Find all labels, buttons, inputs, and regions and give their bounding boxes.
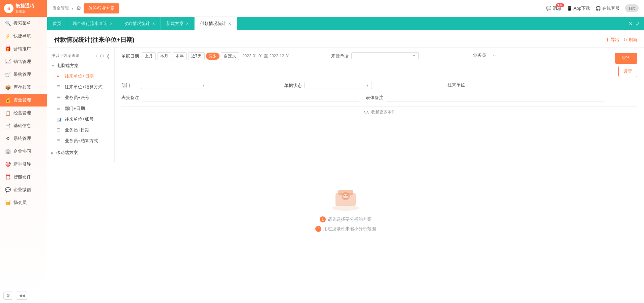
staff-more-btn[interactable]: ··· xyxy=(493,52,498,58)
app-download-btn[interactable]: 📱 App下载 xyxy=(567,5,590,11)
filter-section: 按以下方案查询 + ⚙ ❮ ▼ 电脑端方案 xyxy=(47,48,644,162)
sidebar-item-inventory[interactable]: 📦 库存核算 xyxy=(0,81,47,94)
date-field: 单据日期 上月 本月 本年 近7天 更多 自定义 2022-01-01 至 20… xyxy=(121,52,324,60)
trial-btn[interactable]: 体验行业方案 xyxy=(84,3,119,13)
topbar: 资金管理 ▾ ⚙ 体验行业方案 💬 消息 99+ 📱 App下载 🎧 在线客服 … xyxy=(47,0,644,17)
sidebar-item-hardware[interactable]: ⏰ 智能硬件 xyxy=(0,171,47,183)
main-content: 资金管理 ▾ ⚙ 体验行业方案 💬 消息 99+ 📱 App下载 🎧 在线客服 … xyxy=(47,0,644,303)
sidebar-item-basic[interactable]: 📑 基础信息 xyxy=(0,119,47,132)
date-this-month-btn[interactable]: 本月 xyxy=(157,52,171,60)
sidebar-item-weixin[interactable]: 💬 企业微信 xyxy=(0,183,47,196)
inventory-icon: 📦 xyxy=(5,85,11,90)
tab-cashflow-close[interactable]: ✕ xyxy=(110,22,113,26)
app-name: 畅捷通巧 xyxy=(16,3,34,9)
doc-status-select[interactable]: ▼ xyxy=(304,82,372,89)
sidebar-item-sales[interactable]: 📈 销售管理 xyxy=(0,55,47,68)
tab-cashflow[interactable]: 现金银行流水查询 ✕ xyxy=(67,17,118,30)
sidebar-item-finance[interactable]: 💰 资金管理 xyxy=(0,94,47,107)
empty-illustration xyxy=(329,183,362,213)
headset-icon: 🎧 xyxy=(595,6,601,11)
collapse-more-btn[interactable]: ∧∧ 收起更多条件 xyxy=(121,106,637,118)
export-btn[interactable]: ⬆ 导出 xyxy=(606,37,619,43)
sidebar-collapse-btn[interactable]: ◀◀ xyxy=(16,292,28,300)
staff-field: 业务员 ··· xyxy=(473,52,608,58)
messages-btn[interactable]: 💬 消息 99+ xyxy=(546,5,561,11)
tab-expand-icon[interactable]: ⤢ xyxy=(636,21,640,27)
doc-status-label: 单据状态 xyxy=(284,83,302,89)
sidebar-item-corp[interactable]: 🏢 企业协同 xyxy=(0,145,47,158)
refresh-btn[interactable]: ↻ 刷新 xyxy=(623,37,637,43)
date-label: 单据日期 xyxy=(121,53,139,59)
topbar-gear-icon[interactable]: ⚙ xyxy=(76,5,81,11)
body-remark-input[interactable] xyxy=(386,94,604,101)
sidebar-item-system[interactable]: ⚙ 系统管理 xyxy=(0,132,47,145)
export-icon: ⬆ xyxy=(606,37,609,42)
tab-new-close[interactable]: ✕ xyxy=(186,22,189,26)
scheme-settings-btn[interactable]: ⚙ xyxy=(100,53,104,59)
pc-group-arrow: ▼ xyxy=(51,64,55,68)
sidebar-item-operation[interactable]: 📋 经营管理 xyxy=(0,107,47,119)
contact-more-btn[interactable]: ··· xyxy=(468,82,473,88)
tab-payment-close[interactable]: ✕ xyxy=(228,22,231,26)
mobile-group-label: 移动端方案 xyxy=(56,150,78,156)
scheme-panel: 按以下方案查询 + ⚙ ❮ ▼ 电脑端方案 xyxy=(47,48,115,162)
online-service-btn[interactable]: 🎧 在线客服 xyxy=(595,5,620,11)
header-remark-input[interactable] xyxy=(142,94,359,101)
tab-receipt-close[interactable]: ✕ xyxy=(152,22,155,26)
empty-hint-1: 1 请先选择要分析的方案 xyxy=(320,216,372,222)
sidebar-item-nav[interactable]: ⚡ 快捷导航 xyxy=(0,30,47,42)
sidebar-item-marketing[interactable]: 🎁 营销推广 xyxy=(0,42,47,55)
tab-receipt[interactable]: 收款情况统计 ✕ xyxy=(118,17,161,30)
sidebar-item-search[interactable]: 🔍 搜索菜单 xyxy=(0,17,47,30)
basic-icon: 📑 xyxy=(5,123,11,128)
scheme-collapse-btn[interactable]: ❮ xyxy=(106,53,110,59)
date-this-year-btn[interactable]: 本年 xyxy=(173,52,187,60)
query-btn[interactable]: 查询 xyxy=(615,53,637,64)
tab-home[interactable]: 首页 xyxy=(47,17,67,30)
tab-payment[interactable]: 付款情况统计 ✕ xyxy=(195,17,237,30)
scheme-group-pc-header[interactable]: ▼ 电脑端方案 xyxy=(47,61,114,71)
page-header-actions: ⬆ 导出 ↻ 刷新 xyxy=(606,37,637,43)
header-remark-label: 表头备注 xyxy=(121,95,139,101)
filter-settings-btn[interactable]: 设置 xyxy=(618,66,637,77)
sidebar-item-guide[interactable]: 🎯 新手引导 xyxy=(0,158,47,171)
tab-close-all-icon[interactable]: ✕ xyxy=(628,21,633,27)
date-custom-btn[interactable]: 自定义 xyxy=(221,52,239,60)
sidebar-settings-btn[interactable]: ⚙ xyxy=(3,292,13,300)
contact-field: 往来单位 ··· xyxy=(447,82,604,88)
header-remark-field: 表头备注 xyxy=(121,94,359,101)
date-7days-btn[interactable]: 近7天 xyxy=(188,52,205,60)
source-select[interactable]: ▼ xyxy=(351,52,419,59)
page-header: 付款情况统计(往来单位+日期) ⬆ 导出 ↻ 刷新 xyxy=(47,30,644,48)
staff-label: 业务员 xyxy=(473,52,490,58)
scheme-item-staff-account[interactable]: ☰ 业务员+账号 xyxy=(47,92,114,103)
sidebar-item-purchase[interactable]: 🛒 采购管理 xyxy=(0,68,47,81)
svg-point-5 xyxy=(344,195,345,196)
purchase-icon: 🛒 xyxy=(5,72,11,77)
svg-point-6 xyxy=(346,195,348,196)
empty-state: 1 请先选择要分析的方案 2 用过滤条件来缩小分析范围 xyxy=(47,162,644,252)
sidebar-item-member[interactable]: 👑 畅会员 xyxy=(0,196,47,209)
scheme-item-staff-date[interactable]: ☰ 业务员+日期 xyxy=(47,125,114,135)
collapse-icon: ∧∧ xyxy=(363,110,369,115)
user-avatar[interactable]: Rit xyxy=(625,4,639,12)
finance-icon: 💰 xyxy=(5,97,11,103)
tab-new[interactable]: 新建方案 ✕ xyxy=(161,17,195,30)
date-more-btn[interactable]: 更多 xyxy=(206,53,219,60)
scheme-item-contact-date[interactable]: ● 往来单位+日期 xyxy=(47,71,114,82)
scheme-add-btn[interactable]: + xyxy=(95,53,98,59)
query-btn-group: 查询 设置 xyxy=(615,52,637,77)
message-badge: 99+ xyxy=(556,3,564,7)
refresh-icon: ↻ xyxy=(623,37,627,42)
pc-group-label: 电脑端方案 xyxy=(57,63,79,69)
scheme-item-contact-settle[interactable]: ☰ 往来单位+结算方式 xyxy=(47,82,114,92)
dept-select[interactable]: ▼ xyxy=(141,82,208,89)
search-icon: 🔍 xyxy=(5,21,11,26)
date-last-month-btn[interactable]: 上月 xyxy=(142,52,156,60)
scheme-header-actions: + ⚙ ❮ xyxy=(95,53,110,59)
scheme-item-dept-date[interactable]: ☰ 部门+日期 xyxy=(47,103,114,114)
scheme-item-contact-account[interactable]: 📊 往来单位+账号 xyxy=(47,114,114,125)
scheme-item-staff-settle[interactable]: ☰ 业务员+结算方式 xyxy=(47,135,114,146)
scheme-group-mobile-header[interactable]: ▶ 移动端方案 xyxy=(47,148,114,158)
dept-label: 部门 xyxy=(121,83,138,89)
